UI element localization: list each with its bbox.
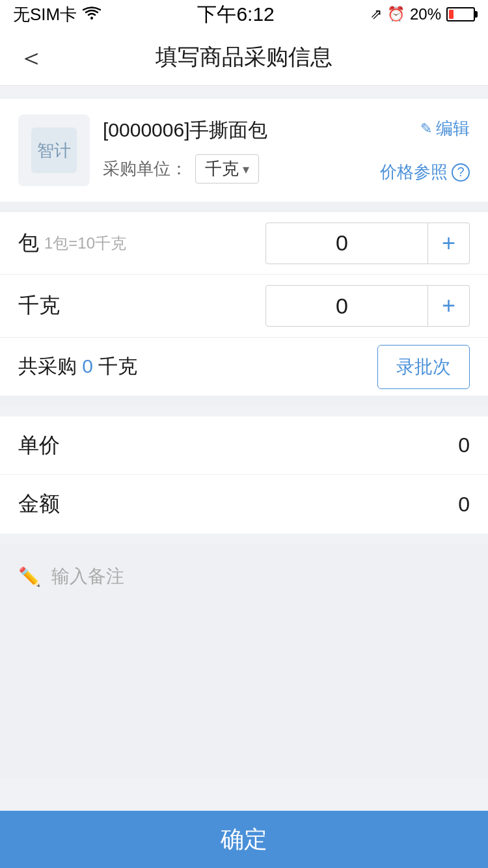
section-divider-1	[0, 202, 488, 212]
chevron-down-icon: ▾	[243, 161, 249, 177]
price-ref-button[interactable]: 价格参照 ?	[380, 161, 470, 183]
status-bar: 无SIM卡 下午6:12 ⇗ ⏰ 20%	[0, 0, 488, 29]
status-left: 无SIM卡	[13, 3, 102, 26]
amount-value: 0	[458, 493, 470, 517]
price-ref-label: 价格参照	[380, 161, 448, 183]
carrier-text: 无SIM卡	[13, 3, 77, 26]
edit-label: 编辑	[436, 117, 470, 140]
confirm-label: 确定	[221, 824, 267, 856]
note-placeholder: 输入备注	[51, 564, 124, 589]
confirm-bar[interactable]: 确定	[0, 811, 488, 868]
unit-value: 千克	[205, 157, 239, 180]
bao-sublabel: 1包=10千克	[44, 233, 126, 254]
summary-combined: 共采购 0 千克	[18, 355, 137, 377]
edit-button[interactable]: ✎ 编辑	[420, 117, 470, 140]
kg-input-row: 千克 +	[0, 275, 488, 337]
unit-price-row: 单价 0	[0, 416, 488, 475]
status-right: ⇗ ⏰ 20%	[370, 5, 475, 23]
alarm-icon: ⏰	[387, 6, 405, 23]
back-button[interactable]: ＜	[18, 44, 44, 70]
bao-input[interactable]	[265, 223, 428, 264]
unit-price-value: 0	[458, 433, 470, 457]
pencil-icon: ✏️	[18, 566, 41, 588]
kg-input[interactable]	[265, 285, 428, 327]
nav-bar: ＜ 填写商品采购信息	[0, 29, 488, 86]
note-section[interactable]: ✏️ 输入备注	[0, 544, 488, 609]
info-section: 单价 0 金额 0	[0, 416, 488, 534]
summary-text: 共采购 0 千克	[18, 353, 377, 380]
status-time: 下午6:12	[197, 1, 274, 28]
unit-selector[interactable]: 千克 ▾	[195, 154, 259, 183]
kg-input-right: +	[265, 285, 470, 327]
unit-price-label: 单价	[18, 431, 60, 460]
bao-input-row: 包 1包=10千克 +	[0, 212, 488, 275]
product-name: [0000006]手撕面包	[103, 117, 470, 144]
page-title: 填写商品采购信息	[156, 42, 332, 72]
battery-percent: 20%	[410, 5, 441, 23]
amount-row: 金额 0	[0, 475, 488, 534]
product-card: 智计 [0000006]手撕面包 采购单位： 千克 ▾ ✎ 编辑 价格参照 ?	[0, 99, 488, 202]
record-batch-button[interactable]: 录批次	[377, 345, 470, 389]
kg-plus-button[interactable]: +	[428, 285, 470, 327]
logo-text: 智计	[37, 139, 71, 162]
location-icon: ⇗	[370, 6, 382, 23]
bao-plus-button[interactable]: +	[428, 223, 470, 264]
unit-label: 采购单位：	[103, 157, 187, 180]
help-icon: ?	[452, 163, 470, 182]
summary-row: 共采购 0 千克 录批次	[0, 337, 488, 396]
input-section: 包 1包=10千克 + 千克 +	[0, 212, 488, 337]
amount-label: 金额	[18, 490, 60, 519]
battery-icon	[446, 7, 475, 21]
bao-input-right: +	[265, 223, 470, 264]
section-divider-2	[0, 396, 488, 406]
product-logo: 智计	[31, 128, 77, 173]
wifi-icon	[82, 5, 102, 25]
bao-label: 包	[18, 229, 39, 258]
product-thumbnail: 智计	[18, 115, 90, 186]
bottom-space	[0, 609, 488, 778]
svg-point-0	[90, 17, 93, 20]
edit-icon: ✎	[420, 120, 432, 137]
kg-label: 千克	[18, 292, 60, 320]
